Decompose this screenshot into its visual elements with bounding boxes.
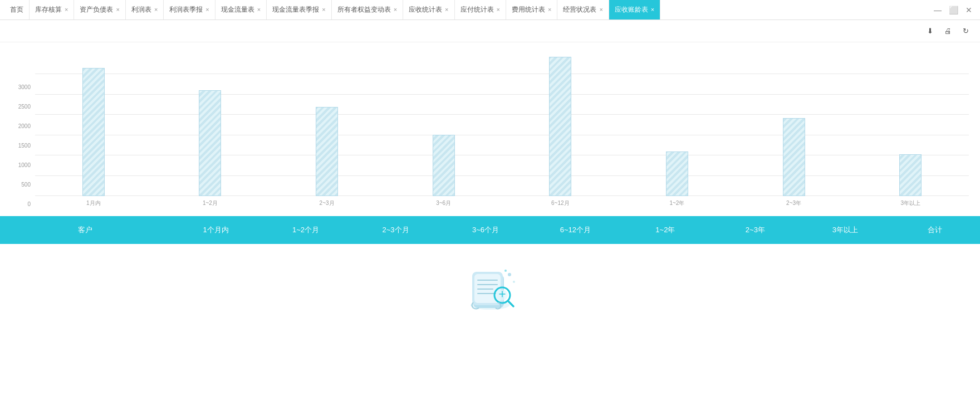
tab-close-expense-stats[interactable]: × xyxy=(548,7,551,13)
tab-ar-aging[interactable]: 应收账龄表× xyxy=(609,0,660,20)
chart-bar-1~2月 xyxy=(199,90,221,196)
y-axis-label: 2500 xyxy=(11,104,31,110)
x-axis-label: 2~3月 xyxy=(268,199,385,207)
tab-close-profit[interactable]: × xyxy=(154,7,158,13)
table-header-2: 1~2个月 xyxy=(261,225,350,235)
table-header-3: 2~3个月 xyxy=(351,225,440,235)
tab-home[interactable]: 首页 xyxy=(4,0,30,20)
chart-x-labels: 1月内1~2月2~3月3~6月6~12月1~2年2~3年3年以上 xyxy=(35,199,969,207)
tab-label-profit: 利润表 xyxy=(131,5,151,14)
y-axis-label: 3000 xyxy=(11,85,31,90)
x-axis-label: 6~12月 xyxy=(502,199,619,207)
print-button[interactable]: 🖨 xyxy=(944,27,954,35)
tab-label-home: 首页 xyxy=(10,5,23,14)
chart-bar-1月内 xyxy=(82,68,105,196)
table-header-row: 客户1个月内1~2个月2~3个月3~6个月6~12个月1~2年2~3年3年以上合… xyxy=(0,216,980,244)
tab-label-cashflow: 现金流量表 xyxy=(221,5,254,14)
tab-profit-quarterly[interactable]: 利润表季报× xyxy=(164,0,215,20)
x-axis-label: 1月内 xyxy=(35,199,152,207)
chart-bar-group xyxy=(152,74,269,196)
tab-label-expense-stats: 费用统计表 xyxy=(512,5,545,14)
tab-equity-changes[interactable]: 所有者权益变动表× xyxy=(332,0,403,20)
x-axis-label: 1~2月 xyxy=(152,199,269,207)
tab-label-ap-stats: 应付统计表 xyxy=(460,5,494,14)
x-axis-label: 2~3年 xyxy=(736,199,852,207)
tab-label-equity-changes: 所有者权益变动表 xyxy=(337,5,391,14)
tab-ap-stats[interactable]: 应付统计表× xyxy=(455,0,506,20)
tab-close-ar-aging[interactable]: × xyxy=(651,7,654,13)
chart-bar-group xyxy=(619,74,736,196)
svg-point-15 xyxy=(504,270,507,272)
tab-close-inventory[interactable]: × xyxy=(65,7,68,13)
refresh-icon: ↻ xyxy=(963,27,969,35)
tab-cashflow[interactable]: 现金流量表× xyxy=(215,0,267,20)
tab-close-ar-stats[interactable]: × xyxy=(445,7,448,13)
table-header-9: 合计 xyxy=(890,225,980,235)
x-axis-label: 1~2年 xyxy=(619,199,736,207)
chart-y-axis: 050010001500200025003000 xyxy=(11,85,31,207)
chart-section: 050010001500200025003000 1月内1~2月2~3月3~6月… xyxy=(0,42,980,216)
tab-label-ar-stats: 应收统计表 xyxy=(409,5,442,14)
close-window-button[interactable]: ✕ xyxy=(962,3,976,17)
tab-close-profit-quarterly[interactable]: × xyxy=(205,7,209,13)
chart-bar-group xyxy=(268,74,385,196)
download-button[interactable]: ⬇ xyxy=(927,27,935,35)
chart-bar-group xyxy=(852,74,969,196)
empty-state xyxy=(0,244,980,401)
tab-close-operation[interactable]: × xyxy=(599,7,602,13)
y-axis-label: 2000 xyxy=(11,124,31,129)
y-axis-label: 500 xyxy=(11,182,31,188)
tab-label-cashflow-quarterly: 现金流量表季报 xyxy=(272,5,319,14)
x-axis-label: 3年以上 xyxy=(852,199,969,207)
table-header-1: 1个月内 xyxy=(171,225,261,235)
chart-bar-group xyxy=(736,74,852,196)
chart-bar-1~2年 xyxy=(666,151,688,196)
chart-bar-3年以上 xyxy=(899,154,922,196)
tab-label-ar-aging: 应收账龄表 xyxy=(615,5,648,14)
chart-bars-wrapper xyxy=(35,74,969,196)
tab-close-cashflow-quarterly[interactable]: × xyxy=(322,7,325,13)
tab-close-ap-stats[interactable]: × xyxy=(497,7,500,13)
chart-plot-area: 1月内1~2月2~3月3~6月6~12月1~2年2~3年3年以上 xyxy=(35,74,969,207)
minimize-button[interactable]: — xyxy=(931,3,944,17)
chart-bar-3~6月 xyxy=(433,135,455,196)
tab-cashflow-quarterly[interactable]: 现金流量表季报× xyxy=(267,0,331,20)
table-header-5: 6~12个月 xyxy=(531,225,620,235)
tab-expense-stats[interactable]: 费用统计表× xyxy=(506,0,557,20)
chart-bar-2~3年 xyxy=(783,118,805,196)
table-header-6: 1~2年 xyxy=(620,225,710,235)
content-area: ⬇ 🖨 ↻ 050010001500200025003000 1月内1~2月2~ xyxy=(0,20,980,401)
tab-ar-stats[interactable]: 应收统计表× xyxy=(403,0,454,20)
window-controls: — ⬜ ✕ xyxy=(931,3,976,17)
y-axis-label: 1500 xyxy=(11,143,31,149)
x-axis-label: 3~6月 xyxy=(385,199,502,207)
table-header-7: 2~3年 xyxy=(710,225,800,235)
table-header-8: 3年以上 xyxy=(800,225,890,235)
chart-container: 050010001500200025003000 1月内1~2月2~3月3~6月… xyxy=(11,51,969,207)
tab-close-cashflow[interactable]: × xyxy=(257,7,261,13)
chart-bar-2~3月 xyxy=(316,107,338,196)
table-header-4: 3~6个月 xyxy=(440,225,530,235)
tab-profit[interactable]: 利润表× xyxy=(126,0,164,20)
print-icon: 🖨 xyxy=(944,27,952,35)
tab-label-inventory: 库存核算 xyxy=(35,5,62,14)
page-header: ⬇ 🖨 ↻ xyxy=(0,20,980,42)
chart-bar-group xyxy=(502,74,619,196)
header-actions: ⬇ 🖨 ↻ xyxy=(927,27,971,35)
tab-bar: 首页库存核算×资产负债表×利润表×利润表季报×现金流量表×现金流量表季报×所有者… xyxy=(0,0,980,20)
chart-bar-6~12月 xyxy=(549,57,571,196)
y-axis-label: 0 xyxy=(11,202,31,207)
tab-label-balance: 资产负债表 xyxy=(80,5,113,14)
tab-close-equity-changes[interactable]: × xyxy=(394,7,397,13)
chart-bars xyxy=(35,74,969,196)
tab-operation[interactable]: 经营状况表× xyxy=(557,0,609,20)
maximize-button[interactable]: ⬜ xyxy=(947,3,960,17)
tab-balance[interactable]: 资产负债表× xyxy=(74,0,125,20)
tab-close-balance[interactable]: × xyxy=(116,7,119,13)
tab-inventory[interactable]: 库存核算× xyxy=(30,0,74,20)
svg-point-13 xyxy=(508,273,511,276)
svg-point-14 xyxy=(513,281,515,283)
chart-bar-group xyxy=(385,74,502,196)
refresh-button[interactable]: ↻ xyxy=(963,27,971,35)
tab-label-operation: 经营状况表 xyxy=(563,5,596,14)
